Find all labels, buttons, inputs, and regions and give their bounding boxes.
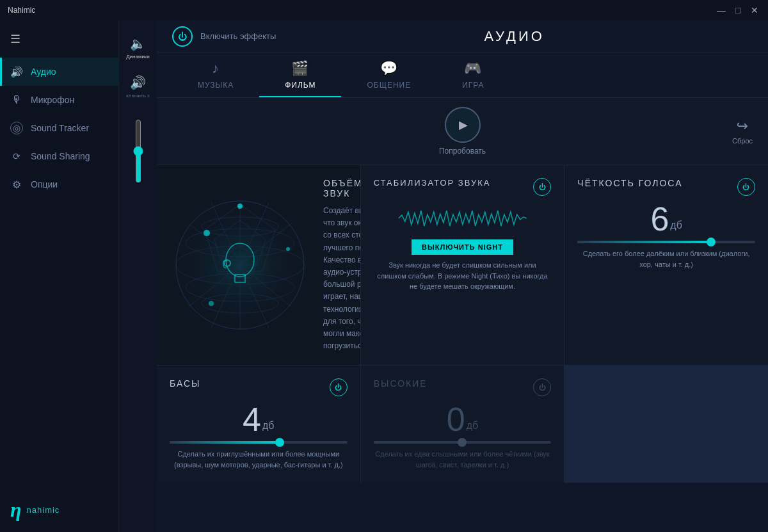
window-controls: — □ ✕ [716,4,760,16]
tab-music[interactable]: ♪ МУЗЫКА [172,52,259,97]
voice-slider-track[interactable] [577,241,755,243]
speakers-label: Динамики [126,54,150,60]
content-header: ⏻ Включить эффекты АУДИО [157,20,768,52]
voice-slider-thumb [707,238,716,246]
logo-text: nahimic [27,505,60,515]
bass-slider-thumb [275,438,284,447]
speakers-button[interactable]: 🔈 Динамики [124,31,152,65]
play-icon: ▶ [459,118,468,132]
voice-header: ЧЁТКОСТЬ ГОЛОСА ⏻ [577,178,755,196]
app-title: Nahimic [8,6,35,15]
game-tab-icon: 🎮 [464,60,482,77]
tab-chat[interactable]: 💬 ОБЩЕНИЕ [341,52,436,97]
surround-description: Создаёт впечатление, что звук окружает в… [323,205,360,352]
feature-grid: ОБЪЁМНЫЙ ЗВУК ⏻ Создаёт впечатление, что… [157,165,768,483]
hamburger-menu[interactable]: ☰ [0,26,118,52]
stabilizer-title: СТАБИЛИЗАТОР ЗВУКА [374,178,491,188]
try-label: Попробовать [439,147,486,156]
device-panel: 🔈 Динамики 🔊 ключить з [118,20,157,532]
headphones-icon: 🔊 [130,75,146,90]
sidebar-label-audio: Аудио [31,67,56,77]
sidebar: ☰ 🔊 Аудио 🎙 Микрофон ◎ Sound Tracker ⟳ S… [0,20,118,532]
voice-power-button[interactable]: ⏻ [737,178,755,196]
main-content-area: ⏻ Включить эффекты АУДИО ♪ МУЗЫКА 🎬 ФИЛЬ… [157,20,768,532]
bass-db-display: 4 дб [170,403,348,436]
sidebar-logo: η nahimic [0,488,118,532]
sidebar-nav: 🔊 Аудио 🎙 Микрофон ◎ Sound Tracker ⟳ Sou… [0,58,118,488]
play-button[interactable]: ▶ [445,107,481,143]
try-section: ▶ Попробовать ↩ Сброс [157,98,768,165]
sidebar-label-sound-sharing: Sound Sharing [31,151,90,161]
bass-title: БАСЫ [170,378,200,389]
hamburger-icon: ☰ [10,33,20,45]
sidebar-item-options[interactable]: ⚙ Опции [0,170,118,198]
volume-slider[interactable] [132,119,145,183]
power-effects-label: Включить эффекты [200,31,276,41]
highs-db-display: 0 дб [374,403,552,436]
svg-point-18 [209,301,214,306]
chat-tab-label: ОБЩЕНИЕ [367,81,411,90]
sidebar-item-microphone[interactable]: 🎙 Микрофон [0,86,118,114]
power-icon: ⏻ [178,31,187,42]
voice-power-icon: ⏻ [742,183,749,191]
highs-slider-track [374,441,552,444]
surround-info: ОБЪЁМНЫЙ ЗВУК ⏻ Создаёт впечатление, что… [323,165,360,365]
bass-header: БАСЫ ⏻ [170,378,348,396]
highs-power-button[interactable]: ⏻ [533,378,551,396]
reset-button[interactable]: ↩ Сброс [732,118,753,145]
sound-sharing-icon: ⟳ [10,150,23,163]
speakers-icon: 🔈 [130,36,146,51]
stabilizer-description: Звук никогда не будет слишком сильным ил… [374,260,552,292]
maximize-button[interactable]: □ [732,4,744,16]
headphones-label: ключить з [126,93,149,99]
voice-db-number: 6 [650,202,669,236]
volume-slider-container [132,119,145,183]
surround-title: ОБЪЁМНЫЙ ЗВУК [323,178,360,198]
svg-point-16 [204,230,210,236]
highs-card: ВЫСОКИЕ ⏻ 0 дб Сделать их едва слышными … [361,366,564,483]
sidebar-label-sound-tracker: Sound Tracker [31,123,89,133]
tab-game[interactable]: 🎮 ИГРА [436,52,509,97]
surround-header: ОБЪЁМНЫЙ ЗВУК ⏻ [323,178,360,198]
globe-container [157,179,323,351]
sidebar-label-microphone: Микрофон [31,95,74,105]
bass-description: Сделать их приглушёнными или более мощны… [170,449,348,470]
bass-power-button[interactable]: ⏻ [330,378,348,396]
sidebar-item-sound-tracker[interactable]: ◎ Sound Tracker [0,114,118,142]
svg-point-17 [286,247,290,251]
highs-db-number: 0 [447,403,465,436]
stabilizer-power-icon: ⏻ [539,183,546,191]
sound-tracker-icon: ◎ [10,122,23,134]
bass-db-number: 4 [243,403,261,436]
night-mode-button[interactable]: ВЫКЛЮЧИТЬ NIGHT [412,239,513,255]
voice-clarity-card: ЧЁТКОСТЬ ГОЛОСА ⏻ 6 дб Сделать его более… [564,165,768,365]
chat-tab-icon: 💬 [380,60,398,77]
voice-db-unit: дб [670,220,682,230]
tab-film[interactable]: 🎬 ФИЛЬМ [259,52,341,97]
reset-label: Сброс [732,137,753,145]
voice-description: Сделать его более далёким или близким (д… [577,248,755,270]
sidebar-item-sound-sharing[interactable]: ⟳ Sound Sharing [0,142,118,170]
logo-symbol: η [10,498,22,522]
film-tab-icon: 🎬 [291,60,309,77]
reset-icon: ↩ [737,118,748,134]
minimize-button[interactable]: — [716,4,727,16]
sidebar-item-audio[interactable]: 🔊 Аудио [0,58,118,86]
power-effects-button[interactable]: ⏻ [172,26,193,47]
scrollable-content: ▶ Попробовать ↩ Сброс [157,98,768,532]
audio-icon: 🔊 [10,65,23,78]
voice-db-display: 6 дб [577,202,755,236]
highs-slider-thumb [458,438,467,447]
svg-point-15 [237,204,243,209]
bass-power-icon: ⏻ [335,383,342,391]
microphone-icon: 🎙 [10,93,23,106]
game-tab-label: ИГРА [462,81,484,90]
close-button[interactable]: ✕ [749,4,760,16]
bass-slider-track[interactable] [170,441,348,444]
titlebar: Nahimic — □ ✕ [0,0,768,20]
highs-header: ВЫСОКИЕ ⏻ [374,378,552,396]
wave-container [374,202,552,234]
headphones-button[interactable]: 🔊 ключить з [124,70,152,104]
surround-card: ОБЪЁМНЫЙ ЗВУК ⏻ Создаёт впечатление, что… [157,165,360,365]
stabilizer-power-button[interactable]: ⏻ [533,178,551,196]
